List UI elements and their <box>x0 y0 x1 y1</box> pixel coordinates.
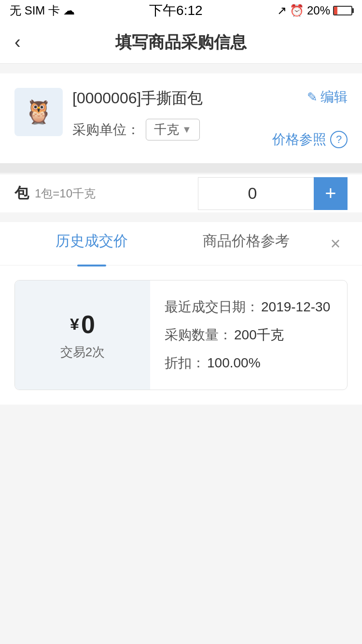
battery-indicator <box>333 6 352 15</box>
price-reference-button[interactable]: 价格参照 ? <box>272 130 348 149</box>
nav-icon: ↗ <box>277 4 287 17</box>
page-title: 填写商品采购信息 <box>115 31 247 54</box>
help-icon: ? <box>330 131 348 148</box>
discount-label: 折扣： <box>165 354 205 372</box>
quantity-unit-name: 包 <box>14 183 29 203</box>
price-ref-label: 价格参照 <box>272 130 326 149</box>
back-button[interactable]: ‹ <box>14 32 30 53</box>
history-card-right: 最近成交日期： 2019-12-30 采购数量： 200千克 折扣： 100.0… <box>150 280 347 390</box>
alarm-icon: ⏰ <box>290 4 304 17</box>
product-unit-row: 采购单位： 千克 ▼ <box>72 119 203 140</box>
history-card: ¥ 0 交易2次 最近成交日期： 2019-12-30 采购数量： 200千克 … <box>14 280 348 390</box>
product-owl-icon: 🦉 <box>24 98 53 126</box>
currency-symbol: ¥ <box>70 315 79 334</box>
quantity-section: 包 1包=10千克 + <box>0 174 362 212</box>
product-card: 🦉 [0000006]手撕面包 采购单位： 千克 ▼ ✎ 编辑 价格参照 <box>0 73 362 163</box>
history-card-left: ¥ 0 交易2次 <box>15 280 150 390</box>
quantity-input-group: + <box>198 177 348 210</box>
product-name: [0000006]手撕面包 <box>72 88 203 109</box>
unit-selector[interactable]: 千克 ▼ <box>146 119 200 140</box>
tab-header: 历史成交价 商品价格参考 × <box>0 222 362 266</box>
purchase-quantity-label: 采购数量： <box>165 326 232 344</box>
product-thumbnail: 🦉 <box>14 88 63 136</box>
quantity-conversion: 1包=10千克 <box>35 186 96 201</box>
tab-close-button[interactable]: × <box>323 232 348 256</box>
unit-label: 采购单位： <box>72 121 140 139</box>
status-right: ↗ ⏰ 20% <box>277 4 352 17</box>
tab-product-price-ref[interactable]: 商品价格参考 <box>169 231 323 256</box>
recent-date-label: 最近成交日期： <box>165 298 259 316</box>
quantity-plus-button[interactable]: + <box>314 177 348 210</box>
purchase-quantity-value: 200千克 <box>234 326 284 344</box>
price-value: 0 <box>81 310 95 339</box>
nav-bar: ‹ 填写商品采购信息 <box>0 21 362 64</box>
discount-value: 100.00% <box>207 355 261 371</box>
purchase-quantity-row: 采购数量： 200千克 <box>165 326 333 344</box>
product-header: 🦉 [0000006]手撕面包 采购单位： 千克 ▼ ✎ 编辑 价格参照 <box>14 88 348 149</box>
sim-label: 无 SIM 卡 ☁ <box>10 3 75 18</box>
tab-history-price[interactable]: 历史成交价 <box>14 231 169 256</box>
edit-label: 编辑 <box>320 88 348 106</box>
product-left: 🦉 [0000006]手撕面包 采购单位： 千克 ▼ <box>14 88 203 140</box>
edit-icon: ✎ <box>307 90 318 105</box>
quantity-input[interactable] <box>198 177 314 210</box>
quantity-label: 包 1包=10千克 <box>14 183 96 203</box>
product-actions: ✎ 编辑 价格参照 ? <box>272 88 348 149</box>
unit-value: 千克 <box>154 121 179 138</box>
recent-date-value: 2019-12-30 <box>261 299 330 315</box>
history-trades: 交易2次 <box>60 344 105 361</box>
status-left: 无 SIM 卡 ☁ <box>10 3 75 18</box>
status-time: 下午6:12 <box>149 1 203 20</box>
dropdown-arrow-icon: ▼ <box>182 124 192 135</box>
history-card-wrapper: ¥ 0 交易2次 最近成交日期： 2019-12-30 采购数量： 200千克 … <box>0 266 362 405</box>
tab-section: 历史成交价 商品价格参考 × ¥ 0 交易2次 最近成交日期： 2019-12-… <box>0 222 362 405</box>
product-info: [0000006]手撕面包 采购单位： 千克 ▼ <box>72 88 203 140</box>
status-bar: 无 SIM 卡 ☁ 下午6:12 ↗ ⏰ 20% <box>0 0 362 21</box>
edit-button[interactable]: ✎ 编辑 <box>307 88 348 106</box>
discount-row: 折扣： 100.00% <box>165 354 333 372</box>
separator-bar <box>0 163 362 173</box>
battery-percent: 20% <box>307 4 330 17</box>
history-price: ¥ 0 <box>70 310 95 339</box>
recent-date-row: 最近成交日期： 2019-12-30 <box>165 298 333 316</box>
